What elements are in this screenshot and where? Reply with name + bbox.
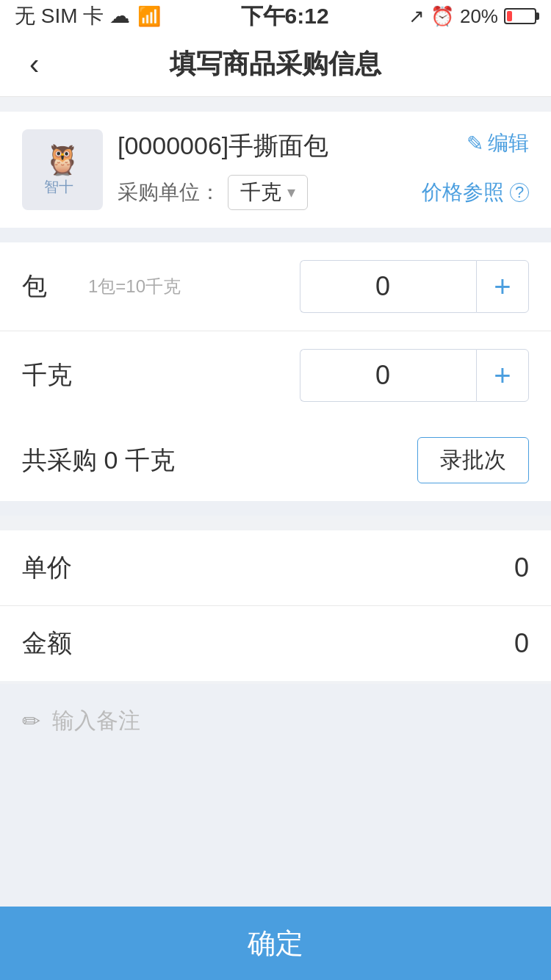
alarm-icon: ⏰ (431, 5, 454, 28)
bag-input-control: + (300, 260, 529, 313)
unit-price-label: 单价 (22, 551, 72, 585)
status-bar: 无 SIM 卡 ☁ 📶 下午6:12 ↗ ⏰ 20% (0, 0, 551, 32)
status-left: 无 SIM 卡 ☁ 📶 (15, 2, 161, 30)
back-button[interactable]: ‹ (22, 40, 46, 88)
kg-input-row: 千克 + (0, 331, 551, 419)
purchase-unit-row: 采购单位： 千克 ▾ 价格参照 ? (118, 175, 529, 210)
confirm-bar[interactable]: 确定 (0, 907, 551, 980)
kg-quantity-input[interactable] (300, 349, 476, 402)
battery-icon (504, 8, 536, 24)
unit-price-row: 单价 0 (0, 530, 551, 606)
price-ref-button[interactable]: 价格参照 ? (422, 179, 529, 206)
product-info: [0000006]手撕面包 ✎ 编辑 采购单位： 千克 ▾ 价格参照 ? (118, 129, 529, 210)
status-time: 下午6:12 (241, 1, 329, 32)
summary-row: 共采购 0 千克 录批次 (0, 419, 551, 501)
amount-value: 0 (514, 628, 529, 659)
signal-icon: ↗ (408, 5, 425, 28)
status-right: ↗ ⏰ 20% (408, 5, 536, 28)
info-icon: ? (510, 183, 529, 202)
purchase-unit-left: 采购单位： 千克 ▾ (118, 175, 308, 210)
unit-value: 千克 (240, 179, 281, 206)
confirm-label: 确定 (248, 925, 303, 962)
pencil-icon: ✏ (22, 708, 40, 734)
owl-icon: 🦉 (44, 143, 81, 177)
product-thumbnail: 🦉 智十 (22, 129, 103, 210)
bag-plus-button[interactable]: + (476, 260, 529, 313)
unit-price-value: 0 (514, 552, 529, 583)
amount-label: 金额 (22, 627, 72, 660)
kg-label: 千克 (22, 359, 81, 392)
page-title: 填写商品采购信息 (170, 46, 381, 82)
product-header: [0000006]手撕面包 ✎ 编辑 (118, 129, 529, 163)
wifi-icon: 📶 (137, 5, 161, 28)
price-section: 单价 0 金额 0 (0, 530, 551, 681)
edit-link[interactable]: ✎ 编辑 (467, 129, 529, 157)
remark-section[interactable]: ✏ 输入备注 (0, 684, 551, 757)
edit-label: 编辑 (488, 129, 529, 157)
amount-row: 金额 0 (0, 606, 551, 681)
battery-percent: 20% (460, 5, 498, 28)
remark-placeholder: 输入备注 (52, 706, 140, 736)
input-section: 包 1包=10千克 + 千克 + (0, 242, 551, 419)
section-divider-1 (0, 228, 551, 242)
kg-input-control: + (300, 349, 529, 402)
purchase-unit-label: 采购单位： (118, 179, 220, 206)
product-card: 🦉 智十 [0000006]手撕面包 ✎ 编辑 采购单位： 千克 ▾ 价格参照 … (0, 112, 551, 228)
batch-button[interactable]: 录批次 (417, 437, 529, 483)
total-purchase-text: 共采购 0 千克 (22, 444, 175, 478)
chevron-down-icon: ▾ (287, 183, 295, 202)
sim-status: 无 SIM 卡 ☁ (15, 2, 130, 30)
bag-sublabel: 1包=10千克 (88, 275, 181, 298)
product-name: [0000006]手撕面包 (118, 129, 328, 163)
bag-quantity-input[interactable] (300, 260, 476, 313)
price-ref-label: 价格参照 (422, 179, 504, 206)
section-divider-2 (0, 501, 551, 516)
bag-label: 包 (22, 270, 81, 303)
unit-select[interactable]: 千克 ▾ (228, 175, 308, 210)
bag-input-row: 包 1包=10千克 + (0, 242, 551, 331)
nav-bar: ‹ 填写商品采购信息 (0, 32, 551, 97)
edit-icon: ✎ (467, 131, 483, 156)
kg-plus-button[interactable]: + (476, 349, 529, 402)
brand-label: 智十 (44, 177, 81, 197)
